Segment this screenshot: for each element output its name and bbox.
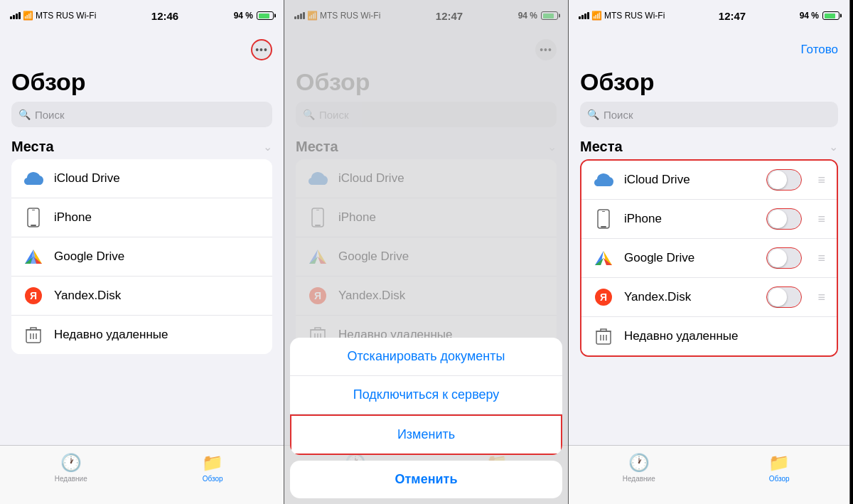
context-menu-group: Отсканировать документы Подключиться к с… (290, 338, 562, 455)
trash-label-3: Недавно удаленные (624, 329, 825, 343)
iphone-label-1: iPhone (54, 210, 261, 225)
google-handle-3[interactable]: ≡ (817, 251, 825, 266)
time-1: 12:46 (151, 10, 178, 22)
cancel-button[interactable]: Отменить (290, 461, 562, 498)
carrier-name-3: MTS RUS Wi-Fi (604, 11, 665, 21)
overview-icon-3: 📁 (768, 453, 790, 473)
svg-rect-0 (28, 208, 39, 227)
status-bar-3: 📶 MTS RUS Wi-Fi 12:47 94 % (569, 0, 849, 31)
trash-icon-3 (593, 326, 614, 347)
carrier-name-1: MTS RUS Wi-Fi (36, 11, 96, 21)
trash-icon-1 (23, 324, 44, 345)
google-label-1: Google Drive (54, 250, 261, 264)
list-item-trash-3[interactable]: Недавно удаленные (581, 317, 837, 355)
iphone-icon-3 (593, 208, 614, 230)
yandex-label-1: Yandex.Disk (54, 289, 261, 303)
locations-list-3: iCloud Drive ≡ iPhone ≡ Google Drive (580, 159, 838, 357)
wifi-icon-3: 📶 (591, 11, 602, 21)
cancel-label: Отменить (395, 472, 458, 486)
svg-text:Я: Я (600, 291, 607, 303)
tab-recent-3[interactable]: 🕐 Недавние (569, 453, 709, 483)
time-3: 12:47 (719, 10, 746, 22)
tab-overview-label-3: Обзор (769, 475, 790, 483)
nav-bar-1: ••• (0, 31, 284, 68)
recent-icon-1: 🕐 (60, 453, 82, 473)
iphone-handle-3[interactable]: ≡ (817, 212, 825, 227)
connect-server-item[interactable]: Подключиться к серверу (290, 376, 562, 414)
svg-rect-2 (32, 210, 35, 210)
screen-2: 📶 MTS RUS Wi-Fi 12:47 94 % ••• Обзор 🔍 П… (284, 0, 569, 504)
battery-pct-1: 94 % (234, 11, 253, 21)
yandex-handle-3[interactable]: ≡ (817, 290, 825, 305)
tab-recent-label-1: Недавние (55, 475, 87, 483)
list-item-iphone-3[interactable]: iPhone ≡ (581, 200, 837, 239)
screen-1: 📶 MTS RUS Wi-Fi 12:46 94 % ••• Обзор 🔍 П… (0, 0, 284, 504)
list-item-icloud-1[interactable]: iCloud Drive (11, 159, 272, 198)
google-icon-3 (593, 247, 614, 269)
icloud-icon-1 (23, 168, 44, 189)
list-item-yandex-3[interactable]: Я Yandex.Disk ≡ (581, 278, 837, 317)
icloud-toggle-3[interactable] (766, 169, 802, 191)
carrier-1: 📶 MTS RUS Wi-Fi (10, 11, 96, 21)
battery-icon-3 (822, 11, 839, 20)
icloud-handle-3[interactable]: ≡ (817, 173, 825, 188)
list-item-google-1[interactable]: Google Drive (11, 237, 272, 277)
section-header-1: Места ⌄ (0, 139, 284, 159)
list-item-iphone-1[interactable]: iPhone (11, 198, 272, 237)
iphone-icon-1 (23, 207, 44, 228)
page-title-3: Обзор (569, 68, 849, 102)
battery-pct-3: 94 % (800, 11, 819, 21)
svg-rect-13 (601, 226, 606, 227)
yandex-label-3: Yandex.Disk (624, 290, 756, 304)
google-toggle-3[interactable] (766, 247, 802, 269)
icloud-icon-3 (593, 169, 614, 191)
overview-icon-1: 📁 (202, 453, 223, 473)
chevron-icon-1: ⌄ (263, 140, 272, 154)
section-title-3: Места (580, 139, 623, 155)
tab-recent-label-3: Недавние (623, 475, 655, 483)
more-button-1[interactable]: ••• (251, 39, 272, 60)
svg-text:Я: Я (30, 290, 37, 301)
yandex-toggle-3[interactable] (766, 286, 802, 308)
section-header-3: Места ⌄ (569, 139, 849, 159)
icloud-label-1: iCloud Drive (54, 171, 261, 186)
search-placeholder-1: Поиск (35, 109, 65, 121)
list-item-trash-1[interactable]: Недавно удаленные (11, 316, 272, 354)
edit-item[interactable]: Изменить (290, 414, 562, 455)
battery-area-1: 94 % (234, 11, 274, 21)
iphone-label-3: iPhone (624, 212, 756, 226)
yandex-icon-3: Я (593, 286, 614, 308)
tab-overview-label-1: Обзор (203, 475, 223, 483)
context-menu: Отсканировать документы Подключиться к с… (290, 338, 562, 498)
search-bar-3[interactable]: 🔍 Поиск (580, 102, 838, 127)
scan-docs-item[interactable]: Отсканировать документы (290, 338, 562, 376)
trash-label-1: Недавно удаленные (54, 328, 261, 342)
icloud-label-3: iCloud Drive (624, 173, 756, 187)
section-title-1: Места (11, 139, 54, 155)
svg-rect-12 (598, 210, 609, 228)
list-item-yandex-1[interactable]: Я Yandex.Disk (11, 277, 272, 316)
nav-bar-3: Готово (569, 31, 849, 68)
google-label-3: Google Drive (624, 251, 756, 265)
signal-icon-3 (579, 12, 589, 19)
tab-overview-3[interactable]: 📁 Обзор (709, 453, 850, 483)
scan-docs-label: Отсканировать документы (348, 349, 505, 363)
carrier-3: 📶 MTS RUS Wi-Fi (579, 11, 665, 21)
search-icon-1: 🔍 (18, 109, 31, 120)
done-button[interactable]: Готово (801, 43, 839, 57)
status-bar-1: 📶 MTS RUS Wi-Fi 12:46 94 % (0, 0, 284, 31)
search-placeholder-3: Поиск (603, 109, 633, 121)
connect-server-label: Подключиться к серверу (353, 387, 500, 402)
svg-rect-1 (31, 225, 36, 226)
tab-recent-1[interactable]: 🕐 Недавние (0, 453, 142, 483)
tab-overview-1[interactable]: 📁 Обзор (142, 453, 284, 483)
iphone-toggle-3[interactable] (766, 208, 802, 230)
battery-icon-1 (257, 11, 274, 20)
list-item-icloud-3[interactable]: iCloud Drive ≡ (581, 161, 837, 200)
signal-icon (10, 12, 21, 19)
screen-3: 📶 MTS RUS Wi-Fi 12:47 94 % Готово Обзор … (569, 0, 850, 504)
search-bar-1[interactable]: 🔍 Поиск (11, 102, 272, 127)
dots-icon-1: ••• (255, 44, 268, 55)
list-item-google-3[interactable]: Google Drive ≡ (581, 239, 837, 278)
context-overlay: Отсканировать документы Подключиться к с… (284, 0, 568, 504)
